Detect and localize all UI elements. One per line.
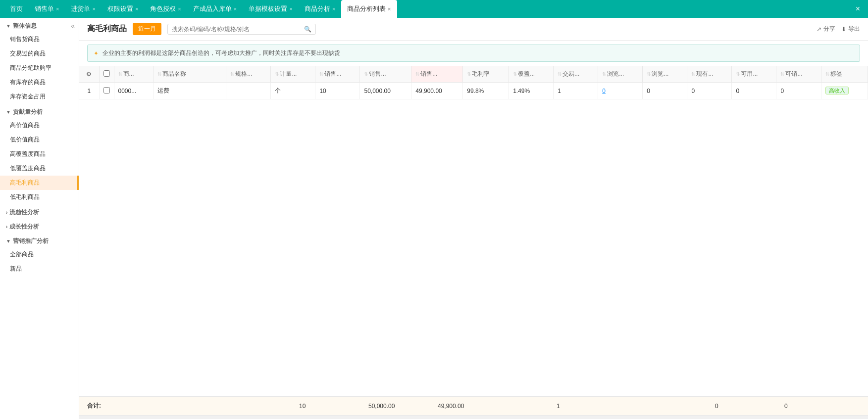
horizontal-scrollbar[interactable] — [79, 415, 868, 419]
nav-analysis-close[interactable]: × — [332, 6, 335, 12]
sidebar-group-overall[interactable]: ▼ 整体信息 — [0, 18, 79, 32]
nav-sales[interactable]: 销售单 × — [29, 0, 65, 18]
col-browse2[interactable]: ⇅浏览... — [643, 66, 687, 83]
footer-sales-amount: 50,000.00 — [368, 403, 408, 410]
marketing-arrow-icon: ▼ — [6, 238, 11, 244]
sidebar-item-traded-goods[interactable]: 交易过的商品 — [0, 47, 79, 61]
nav-template[interactable]: 单据模板设置 × — [243, 0, 298, 18]
browse1-link[interactable]: 0 — [602, 88, 606, 94]
cell-sales-amount: 50,000.00 — [360, 83, 411, 99]
col-name[interactable]: ⇅商品名称 — [153, 66, 226, 83]
content-area: 高毛利商品 近一月 🔍 ↗ 分享 ⬇ 导出 ✦ 企业的主要的利润都是这部分商品创… — [79, 18, 868, 419]
window-close-button[interactable]: × — [852, 4, 864, 13]
search-icon[interactable]: 🔍 — [304, 26, 311, 33]
row-checkbox[interactable] — [103, 87, 110, 93]
nav-purchase-close[interactable]: × — [92, 6, 95, 12]
sidebar-item-low-value[interactable]: 低价值商品 — [0, 133, 79, 147]
filter-recent-month[interactable]: 近一月 — [133, 23, 161, 35]
sidebar-item-purchase-rate[interactable]: 商品分笔助购率 — [0, 61, 79, 75]
nav-home[interactable]: 首页 — [4, 0, 29, 18]
sidebar-item-capital[interactable]: 库存资金占用 — [0, 90, 79, 104]
sidebar-group-flow[interactable]: › 流趋性分析 — [0, 204, 79, 219]
col-coverage[interactable]: ⇅覆盖... — [509, 66, 554, 83]
table-footer: 合计: 10 50,000.00 49,900.00 1 0 0 — [79, 396, 868, 415]
nav-analysis-list[interactable]: 商品分析列表 × — [341, 0, 397, 18]
sidebar-item-low-margin[interactable]: 低毛利商品 — [0, 190, 79, 204]
cell-gross-margin: 99.8% — [463, 83, 509, 99]
info-banner: ✦ 企业的主要的利润都是这部分商品创造的，可考虑加大推广，同时关注库存是不要出现… — [87, 45, 860, 62]
col-code[interactable]: ⇅商... — [114, 66, 153, 83]
nav-role-close[interactable]: × — [178, 6, 181, 12]
nav-product-stock[interactable]: 产成品入库单 × — [187, 0, 243, 18]
nav-permission-close[interactable]: × — [135, 6, 138, 12]
page-title: 高毛利商品 — [87, 24, 127, 34]
share-button[interactable]: ↗ 分享 — [817, 25, 835, 33]
col-sales-amount[interactable]: ⇅销售... — [360, 66, 411, 83]
nav-role[interactable]: 角色授权 × — [144, 0, 187, 18]
sidebar-item-in-stock[interactable]: 有库存的商品 — [0, 75, 79, 90]
sidebar-item-low-coverage[interactable]: 低覆盖度商品 — [0, 161, 79, 176]
growth-arrow-icon: › — [6, 224, 7, 230]
col-settings[interactable]: ⚙ — [79, 66, 99, 83]
contribution-arrow-icon: ▼ — [6, 109, 11, 115]
data-table: ⚙ ⇅商... ⇅商品名称 ⇅规格... ⇅计量... ⇅销售... ⇅销售..… — [79, 66, 868, 99]
sidebar-group-contribution[interactable]: ▼ 贡献量分析 — [0, 104, 79, 118]
sidebar-item-high-value[interactable]: 高价值商品 — [0, 118, 79, 133]
sidebar-item-all-goods[interactable]: 全部商品 — [0, 247, 79, 262]
sidebar-collapse-button[interactable]: « — [71, 22, 75, 30]
table-row: 1 0000... 运费 个 10 50,000.00 49,900.00 99… — [79, 83, 868, 99]
header-actions: ↗ 分享 ⬇ 导出 — [817, 25, 860, 33]
nav-sales-close[interactable]: × — [56, 6, 59, 12]
nav-analysis[interactable]: 商品分析 × — [299, 0, 341, 18]
col-current-stock[interactable]: ⇅现有... — [687, 66, 732, 83]
sidebar-item-high-coverage[interactable]: 高覆盖度商品 — [0, 147, 79, 161]
cell-sales-qty: 10 — [315, 83, 360, 99]
col-spec[interactable]: ⇅规格... — [226, 66, 271, 83]
sidebar-group-marketing[interactable]: ▼ 营销推广分析 — [0, 233, 79, 247]
footer-transaction: 1 — [557, 403, 596, 410]
tag-badge: 高收入 — [825, 87, 849, 94]
cell-spec — [226, 83, 271, 99]
nav-permission[interactable]: 权限设置 × — [102, 0, 144, 18]
col-sales-cost[interactable]: ⇅销售... — [411, 66, 463, 83]
cell-available: 0 — [732, 83, 776, 99]
col-unit[interactable]: ⇅计量... — [271, 66, 315, 83]
cell-browse2: 0 — [643, 83, 687, 99]
cell-tag: 高收入 — [821, 83, 868, 99]
col-checkbox[interactable] — [99, 66, 114, 83]
cell-num: 1 — [79, 83, 99, 99]
footer-sales-cost: 49,900.00 — [438, 403, 477, 410]
col-available[interactable]: ⇅可用... — [732, 66, 776, 83]
nav-product-stock-close[interactable]: × — [234, 6, 237, 12]
cell-code: 0000... — [114, 83, 153, 99]
footer-current-stock: 0 — [715, 403, 755, 410]
col-gross-margin[interactable]: ⇅毛利率 — [463, 66, 509, 83]
cell-checkbox[interactable] — [99, 83, 114, 99]
data-table-container[interactable]: ⚙ ⇅商... ⇅商品名称 ⇅规格... ⇅计量... ⇅销售... ⇅销售..… — [79, 66, 868, 396]
sidebar-item-sales-goods[interactable]: 销售货商品 — [0, 32, 79, 47]
search-input[interactable] — [172, 26, 304, 33]
info-icon: ✦ — [94, 50, 99, 57]
col-sales-qty[interactable]: ⇅销售... — [315, 66, 360, 83]
cell-current-stock: 0 — [687, 83, 732, 99]
col-tag[interactable]: ⇅标签 — [821, 66, 868, 83]
flow-arrow-icon: › — [6, 210, 7, 215]
nav-analysis-list-close[interactable]: × — [388, 6, 391, 12]
footer-sales-qty: 10 — [299, 403, 339, 410]
sidebar-group-growth[interactable]: › 成长性分析 — [0, 219, 79, 233]
footer-available: 0 — [784, 403, 824, 410]
col-saleable[interactable]: ⇅可销... — [776, 66, 821, 83]
nav-template-close[interactable]: × — [289, 6, 292, 12]
main-layout: « ▼ 整体信息 销售货商品 交易过的商品 商品分笔助购率 有库存的商品 库存资… — [0, 18, 868, 419]
cell-transaction: 1 — [554, 83, 598, 99]
search-box: 🔍 — [167, 24, 316, 35]
footer-label: 合计: — [87, 402, 101, 410]
export-button[interactable]: ⬇ 导出 — [841, 25, 860, 33]
sidebar-item-high-margin[interactable]: 高毛利商品 — [0, 176, 79, 190]
select-all-checkbox[interactable] — [103, 70, 110, 77]
sidebar-item-new-goods[interactable]: 新品 — [0, 262, 79, 276]
col-transaction[interactable]: ⇅交易... — [554, 66, 598, 83]
cell-browse1[interactable]: 0 — [598, 83, 643, 99]
col-browse1[interactable]: ⇅浏览... — [598, 66, 643, 83]
nav-purchase[interactable]: 进货单 × — [65, 0, 101, 18]
